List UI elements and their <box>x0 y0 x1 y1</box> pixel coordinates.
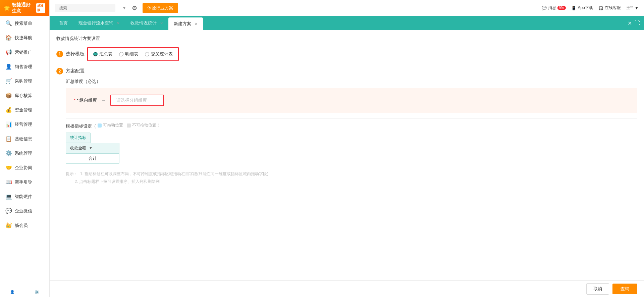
home-icon: 🏠 <box>5 35 12 41</box>
query-button[interactable]: 查询 <box>612 284 637 294</box>
tab-receipt[interactable]: 收款情况统计 ✕ <box>125 16 168 30</box>
draggable-dot <box>98 123 102 128</box>
cancel-button[interactable]: 取消 <box>586 283 609 295</box>
stats-table: 收款金额 ▼ 合计 <box>66 143 119 164</box>
tab-receipt-close[interactable]: ✕ <box>160 21 163 26</box>
tabs-right-controls: ✕ ⛶ <box>628 20 640 27</box>
sidebar-label: 快捷导航 <box>15 35 32 41</box>
radio-detail-label: 明细表 <box>125 51 138 57</box>
header-actions: 💬 消息 99+ 📱 App下载 🎧 在线客服 王** ▼ <box>542 5 639 11</box>
top-header: ▼ ⚙ 体验行业方案 💬 消息 99+ 📱 App下载 🎧 在线客服 王** ▼ <box>50 0 644 16</box>
sidebar-item-basic[interactable]: 📋 基础信息 <box>0 132 49 146</box>
search-dropdown-icon[interactable]: ▼ <box>122 5 126 10</box>
tab-cashflow-close[interactable]: ✕ <box>117 21 120 26</box>
sidebar-item-cooperation[interactable]: 🤝 企业协同 <box>0 160 49 175</box>
stats-total-label: 合计 <box>89 156 97 161</box>
tip2: 2. 点击标题栏下拉可设置排序、插入列和删除列 <box>66 178 637 186</box>
inventory-icon: 📦 <box>5 92 12 99</box>
radio-detail-input[interactable] <box>119 52 123 56</box>
sidebar-item-inventory[interactable]: 📦 库存核算 <box>0 88 49 103</box>
basic-icon: 📋 <box>5 136 12 142</box>
cooperation-icon: 🤝 <box>5 164 12 171</box>
stats-total-row: 合计 <box>66 153 119 163</box>
download-icon: 📱 <box>571 6 576 10</box>
radio-detail[interactable]: 明细表 <box>119 51 138 57</box>
app-name: 畅捷通好生意 <box>12 2 34 14</box>
indicators-section: 模板指标设定（ 可拖动位置 不可拖动位置 ） <box>66 122 637 164</box>
tab-cashflow[interactable]: 现金银行流水查询 ✕ <box>73 16 125 30</box>
sidebar-label: 基础信息 <box>15 136 32 142</box>
step2-header: 2 方案配置 <box>56 68 637 75</box>
download-button[interactable]: 📱 App下载 <box>571 5 593 11</box>
stats-dropdown-icon[interactable]: ▼ <box>89 146 93 150</box>
member-icon: 👑 <box>5 222 12 229</box>
search-input[interactable] <box>55 4 115 12</box>
sales-icon: 👤 <box>5 63 12 70</box>
sidebar-item-search[interactable]: 🔍 搜索菜单 <box>0 16 49 31</box>
tab-new-plan[interactable]: 新建方案 ✕ <box>168 17 203 30</box>
user-name: 王** <box>626 5 633 11</box>
sidebar-item-hardware[interactable]: 💻 智能硬件 <box>0 189 49 204</box>
guide-icon: 📖 <box>5 179 12 185</box>
message-label: 消息 <box>548 5 556 11</box>
service-label: 在线客服 <box>605 5 621 11</box>
app-logo: 🌟 畅捷通好生意 标准版 <box>0 0 49 16</box>
message-badge: 99+ <box>557 6 566 10</box>
tab-home[interactable]: 首页 <box>54 16 73 30</box>
sidebar-label: 畅会员 <box>15 222 28 229</box>
user-menu[interactable]: 王** ▼ <box>626 5 639 11</box>
tab-receipt-label: 收款情况统计 <box>130 20 157 26</box>
sidebar-label: 资金管理 <box>15 107 32 113</box>
tip1: 提示： 1. 拖动标题栏可以调整布局，不可跨维度或指标区域拖动栏目字段(只能在同… <box>66 170 637 178</box>
vertical-dim-label: * 纵向维度 <box>77 98 97 103</box>
app-badge: 标准版 <box>36 3 45 13</box>
service-button[interactable]: 🎧 在线客服 <box>598 5 621 11</box>
sidebar-bottom-settings[interactable]: ⚙️ <box>35 290 39 294</box>
tab-new-plan-close[interactable]: ✕ <box>195 22 198 26</box>
sidebar-item-wechat[interactable]: 💬 企业微信 <box>0 204 49 218</box>
step2-title: 方案配置 <box>66 68 85 74</box>
sidebar-item-marketing[interactable]: 📢 营销推广 <box>0 45 49 59</box>
arrow-icon: → <box>101 97 106 103</box>
sidebar: 🌟 畅捷通好生意 标准版 🔍 搜索菜单 🏠 快捷导航 📢 营销推广 👤 销售管理… <box>0 0 50 297</box>
sidebar-bottom: 👤 ⚙️ <box>0 287 49 297</box>
tab-expand-icon[interactable]: ⛶ <box>635 20 640 27</box>
footer: 取消 查询 <box>50 280 644 297</box>
dimension-selector[interactable]: 请选择分组维度 <box>110 95 164 106</box>
download-label: App下载 <box>578 5 593 11</box>
sidebar-item-management[interactable]: 📊 经营管理 <box>0 117 49 132</box>
sidebar-bottom-person[interactable]: 👤 <box>10 290 15 294</box>
main-area: ▼ ⚙ 体验行业方案 💬 消息 99+ 📱 App下载 🎧 在线客服 王** ▼ <box>50 0 644 297</box>
sidebar-label: 搜索菜单 <box>15 20 32 27</box>
sidebar-item-finance[interactable]: 💰 资金管理 <box>0 103 49 117</box>
sidebar-item-home[interactable]: 🏠 快捷导航 <box>0 31 49 45</box>
sidebar-item-purchase[interactable]: 🛒 采购管理 <box>0 74 49 88</box>
tab-close-all-icon[interactable]: ✕ <box>628 20 632 27</box>
legend-draggable: 可拖动位置 <box>98 122 123 128</box>
sidebar-item-sales[interactable]: 👤 销售管理 <box>0 59 49 74</box>
content-inner: 收款情况统计方案设置 1 选择模板 汇总表 <box>50 30 644 280</box>
sidebar-item-member[interactable]: 👑 畅会员 <box>0 218 49 233</box>
stats-container: 统计指标 收款金额 ▼ 合计 <box>66 133 637 164</box>
sidebar-label: 采购管理 <box>15 78 32 84</box>
sidebar-item-system[interactable]: ⚙️ 系统管理 <box>0 146 49 160</box>
radio-cross-label: 交叉统计表 <box>151 51 173 57</box>
purchase-icon: 🛒 <box>5 78 12 84</box>
stats-group-label: 统计指标 <box>66 133 91 143</box>
dimension-section-label: 汇总维度（必选） <box>66 79 637 85</box>
sidebar-item-guide[interactable]: 📖 新手引导 <box>0 175 49 189</box>
tab-cashflow-label: 现金银行流水查询 <box>78 20 113 26</box>
radio-cross[interactable]: 交叉统计表 <box>145 51 173 57</box>
gear-icon[interactable]: ⚙ <box>132 4 137 12</box>
search-icon: 🔍 <box>5 20 12 27</box>
template-radio-group: 汇总表 明细表 交叉统计表 <box>93 51 173 57</box>
logo-icon: 🌟 <box>4 5 10 11</box>
radio-cross-input[interactable] <box>145 52 149 56</box>
industry-button[interactable]: 体验行业方案 <box>143 3 178 13</box>
message-button[interactable]: 💬 消息 99+ <box>542 5 566 11</box>
sidebar-label: 新手引导 <box>15 179 32 185</box>
page-title: 收款情况统计方案设置 <box>56 36 637 42</box>
message-icon: 💬 <box>542 6 547 10</box>
radio-summary[interactable]: 汇总表 <box>93 51 112 57</box>
radio-summary-input[interactable] <box>93 52 98 56</box>
